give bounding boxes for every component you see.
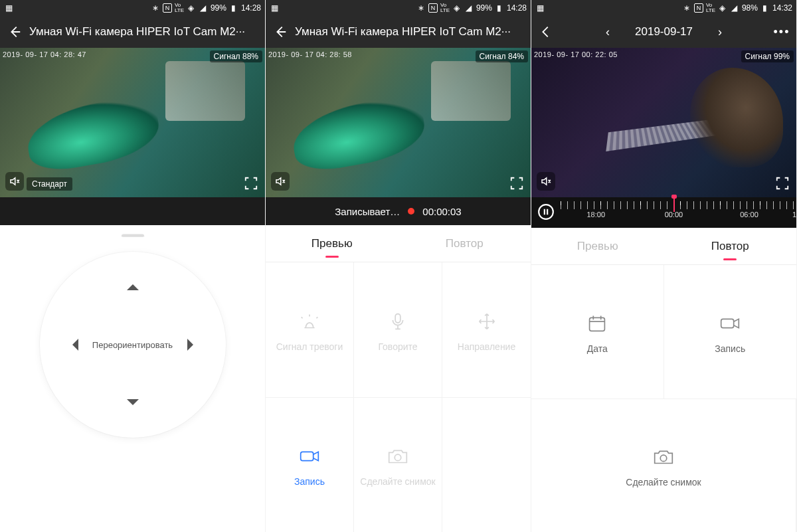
cell-icon: ◢ [730, 3, 739, 13]
wifi-icon: ◈ [718, 3, 727, 13]
ptz-up[interactable] [127, 278, 139, 290]
more-button[interactable]: ••• [771, 21, 792, 43]
camera-icon [383, 443, 412, 470]
svg-rect-4 [590, 317, 605, 331]
nfc-icon: N [694, 3, 703, 13]
mic-icon [383, 308, 412, 335]
screenshot-icon: ▦ [535, 3, 545, 13]
date-next-button[interactable]: › [711, 21, 729, 43]
playback-video[interactable]: 2019- 09- 17 00: 22: 05 Сигнал 99% [531, 48, 796, 197]
screenshot-icon: ▦ [270, 3, 279, 13]
camera-icon [649, 444, 678, 470]
volte-icon: VoLTE [175, 3, 184, 13]
tabs-bar: Превью Повтор [266, 225, 531, 262]
drag-handle[interactable] [0, 225, 265, 245]
controls-grid: Сигнал тревоги Говорите Направление Запи… [266, 262, 531, 532]
ptz-joystick[interactable]: Переориентировать [40, 252, 226, 438]
page-title: Умная Wi-Fi камера HIPER IoT Cam M2··· [29, 25, 261, 39]
back-button[interactable] [535, 21, 557, 43]
timeline-track[interactable]: 18:00 00:00 06:00 12 [561, 201, 796, 222]
battery-icon: ▮ [229, 3, 238, 13]
date-label[interactable]: 2019-09-17 [635, 25, 693, 39]
svg-rect-5 [721, 319, 734, 327]
battery-icon: ▮ [495, 3, 504, 13]
svg-rect-0 [395, 313, 400, 322]
live-video[interactable]: 2019- 09- 17 04: 28: 58 Сигнал 84% [266, 48, 531, 197]
tabs-bar: Превью Повтор [531, 228, 796, 265]
app-bar: Умная Wi-Fi камера HIPER IoT Cam M2··· [0, 16, 265, 48]
back-button[interactable] [4, 21, 25, 43]
tab-preview[interactable]: Превью [266, 225, 398, 262]
video-bottom-bar [0, 197, 265, 225]
controls-grid: Дата Запись Сделайте снимок [531, 265, 796, 532]
signal-badge: Сигнал 88% [210, 50, 262, 62]
talk-button[interactable]: Говорите [354, 262, 442, 397]
ptz-center-label: Переориентировать [92, 340, 173, 350]
bluetooth-icon: ∗ [682, 3, 691, 13]
timeline: 18:00 00:00 06:00 12 [531, 197, 796, 228]
signal-badge: Сигнал 99% [741, 50, 794, 62]
bluetooth-icon: ∗ [416, 3, 426, 13]
tab-preview[interactable]: Превью [531, 228, 664, 264]
svg-rect-1 [301, 452, 313, 460]
cell-icon: ◢ [199, 3, 208, 13]
svg-point-2 [395, 454, 401, 461]
date-button[interactable]: Дата [531, 265, 664, 399]
quality-label[interactable]: Стандарт [27, 177, 72, 191]
ptz-down[interactable] [127, 399, 139, 411]
ptz-right[interactable] [187, 339, 199, 351]
date-prev-button[interactable]: ‹ [599, 21, 616, 43]
record-dot-icon [408, 208, 414, 215]
alarm-button[interactable]: Сигнал тревоги [266, 262, 354, 397]
volte-icon: VoLTE [440, 3, 450, 13]
bluetooth-icon: ∗ [151, 3, 160, 13]
wifi-icon: ◈ [187, 3, 196, 13]
alarm-icon [295, 308, 324, 335]
battery-pct: 99% [211, 3, 226, 13]
record-button[interactable]: Запись [266, 397, 354, 532]
tab-replay[interactable]: Повтор [664, 228, 797, 264]
status-bar: ▦ ∗ N VoLTE ◈ ◢ 99% ▮ 14:28 [0, 0, 265, 16]
status-bar: ▦ ∗ N VoLTE ◈ ◢ 99% ▮ 14:28 [266, 0, 531, 16]
nfc-icon: N [163, 3, 172, 13]
record-icon [295, 443, 324, 470]
screen-live-ptz: ▦ ∗ N VoLTE ◈ ◢ 99% ▮ 14:28 Умная Wi-Fi … [0, 0, 266, 532]
recording-time: 00:00:03 [422, 206, 461, 217]
wifi-icon: ◈ [452, 3, 462, 13]
timeline-cursor[interactable] [673, 197, 675, 212]
direction-button[interactable]: Направление [442, 262, 531, 397]
calendar-icon [582, 310, 612, 337]
fullscreen-button[interactable] [509, 176, 524, 191]
battery-icon: ▮ [760, 3, 770, 13]
mute-button[interactable] [537, 172, 555, 191]
screenshot-icon: ▦ [4, 3, 13, 13]
pause-button[interactable] [531, 201, 561, 222]
volte-icon: VoLTE [706, 3, 715, 13]
back-button[interactable] [270, 21, 291, 43]
fullscreen-button[interactable] [244, 176, 258, 191]
fullscreen-button[interactable] [775, 176, 790, 191]
recording-label: Записывает… [335, 206, 400, 217]
snapshot-button[interactable]: Сделайте снимок [531, 399, 796, 532]
app-bar: ‹ 2019-09-17 › ••• [531, 16, 796, 48]
recording-bar: Записывает… 00:00:03 [266, 197, 531, 225]
video-timestamp: 2019- 09- 17 04: 28: 47 [3, 50, 86, 58]
live-video[interactable]: 2019- 09- 17 04: 28: 47 Сигнал 88% Станд… [0, 48, 265, 197]
video-timestamp: 2019- 09- 17 00: 22: 05 [534, 50, 618, 58]
nfc-icon: N [428, 3, 438, 13]
move-icon [472, 308, 501, 335]
record-button[interactable]: Запись [664, 265, 797, 399]
mute-button[interactable] [5, 172, 24, 191]
app-bar: Умная Wi-Fi камера HIPER IoT Cam M2··· [266, 16, 531, 48]
tab-replay[interactable]: Повтор [398, 225, 531, 262]
svg-point-3 [539, 205, 553, 219]
mute-button[interactable] [271, 172, 290, 191]
snapshot-button[interactable]: Сделайте снимок [354, 397, 442, 532]
video-timestamp: 2019- 09- 17 04: 28: 58 [268, 50, 352, 58]
screen-playback: ▦ ∗ N VoLTE ◈ ◢ 98% ▮ 14:32 ‹ 2019-09-17… [531, 0, 797, 532]
record-icon [715, 310, 745, 337]
screen-live-recording: ▦ ∗ N VoLTE ◈ ◢ 99% ▮ 14:28 Умная Wi-Fi … [266, 0, 531, 532]
cell-icon: ◢ [464, 3, 474, 13]
page-title: Умная Wi-Fi камера HIPER IoT Cam M2··· [295, 25, 527, 39]
ptz-left[interactable] [66, 339, 78, 351]
